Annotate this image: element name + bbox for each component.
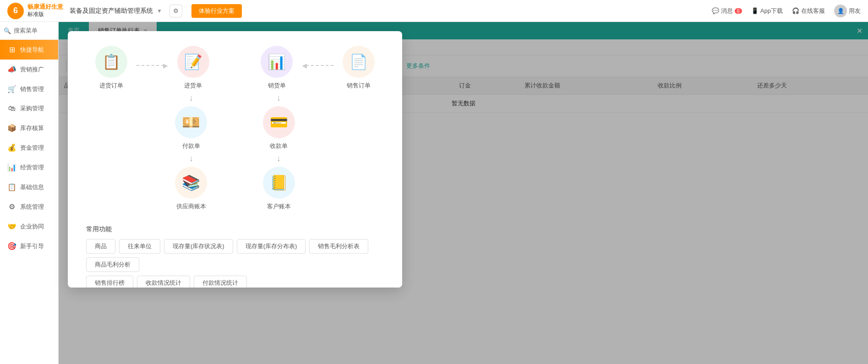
sidebar-item-purchase[interactable]: 🛍 采购管理 [0, 99, 58, 118]
operation-icon: 📊 [7, 163, 16, 172]
receipt-circle: 💳 [263, 106, 295, 138]
sidebar-item-finance[interactable]: 💰 资金管理 [0, 138, 58, 158]
arrow-sales-order-to-bill: ▶ [302, 52, 333, 69]
receipt-label: 收款单 [270, 142, 288, 150]
online-service-button[interactable]: 🎧 在线客服 [792, 7, 825, 15]
purchase-order-circle: 📋 [95, 46, 127, 78]
down-arrow-supplier-icon: ↓ [189, 154, 193, 163]
flow-node-payment[interactable]: 💴 付款单 [165, 106, 218, 150]
supplier-ledger-icon: 📚 [182, 174, 200, 191]
logo-icon: 6 [7, 3, 24, 19]
home-icon: ⊞ [7, 45, 16, 54]
flow-node-customer-ledger[interactable]: 📒 客户账本 [252, 167, 305, 211]
func-buttons-row2: 销售排行榜 收款情况统计 付款情况统计 [86, 276, 384, 288]
marketing-icon: 📣 [7, 65, 16, 74]
func-btn-stock-dist[interactable]: 现存量(库存分布表) [237, 239, 306, 254]
func-btn-sales-gross[interactable]: 销售毛利分析表 [309, 239, 368, 254]
top-right: 💬 消息 6 📱 App下载 🎧 在线客服 👤 用友 [712, 5, 861, 17]
sidebar-item-marketing[interactable]: 📣 营销推广 [0, 60, 58, 79]
sidebar-item-operation[interactable]: 📊 经营管理 [0, 158, 58, 177]
purchase-bill-label: 进货单 [184, 81, 202, 90]
system-dropdown-icon[interactable]: ▼ [157, 8, 162, 14]
avatar: 👤 [834, 5, 847, 17]
logo-text: 畅康通好生意 标准版 [27, 3, 63, 18]
arrow-head-icon: ▶ [163, 62, 168, 69]
modal-overlay[interactable]: 📋 进货订单 ▶ [59, 39, 868, 364]
common-functions-title: 常用功能 [86, 225, 384, 234]
sidebar-item-newbie[interactable]: 🎯 新手引导 [0, 236, 58, 256]
flow-row-3: 📚 供应商账本 📒 客户账本 [86, 167, 384, 211]
sidebar-item-sales[interactable]: 🛒 销售管理 [0, 79, 58, 99]
collab-icon: 🤝 [7, 222, 16, 231]
arrow-purchase-order-to-bill: ▶ [136, 52, 168, 69]
basic-icon: 📋 [7, 183, 16, 191]
sales-bill-icon: 📊 [267, 53, 286, 71]
customer-ledger-label: 客户账本 [267, 202, 291, 211]
message-button[interactable]: 💬 消息 6 [712, 7, 742, 15]
app-download-button[interactable]: 📱 App下载 [751, 7, 783, 15]
purchase-order-icon: 📋 [102, 53, 120, 71]
sales-order-icon: 📄 [349, 53, 368, 71]
receipt-icon: 💳 [270, 114, 288, 131]
download-icon: 📱 [751, 7, 759, 14]
supplier-ledger-label: 供应商账本 [176, 202, 206, 211]
func-btn-sales-rank[interactable]: 销售排行榜 [86, 276, 133, 288]
payment-icon: 💴 [182, 114, 200, 131]
down-arrow-receipt-icon: ↓ [277, 93, 281, 103]
flow-node-sales-bill[interactable]: 📊 销货单 [252, 46, 302, 90]
sidebar-item-system[interactable]: ⚙ 系统管理 [0, 197, 58, 217]
func-btn-payment-stats[interactable]: 付款情况统计 [194, 276, 247, 288]
sales-order-circle: 📄 [343, 46, 375, 78]
flow-node-purchase-order[interactable]: 📋 进货订单 [86, 46, 136, 90]
func-btn-goods-gross[interactable]: 商品毛利分析 [86, 257, 139, 272]
payment-circle: 💴 [175, 106, 207, 138]
logo-area: 6 畅康通好生意 标准版 [7, 3, 66, 19]
customer-ledger-circle: 📒 [263, 167, 295, 199]
modal-box: 📋 进货订单 ▶ [68, 39, 402, 288]
arrow-down-supplier: ↓ [165, 154, 218, 163]
down-arrow-payment-icon: ↓ [189, 93, 193, 103]
sidebar-item-collab[interactable]: 🤝 企业协同 [0, 217, 58, 236]
sidebar-item-quick-nav[interactable]: ⊞ 快捷导航 [0, 40, 58, 60]
search-icon: 🔍 [4, 27, 11, 34]
inventory-icon: 📦 [7, 124, 16, 132]
flow-node-sales-order[interactable]: 📄 销售订单 [333, 46, 384, 90]
flow-row-arrows2: ↓ ↓ [86, 154, 384, 163]
flow-row-2: 💴 付款单 💳 收款单 [86, 106, 384, 150]
content-body: ❓ 帮助 🖨 按模板打印 ▼ ↗ 导出 ↻ 刷新 [59, 39, 868, 364]
supplier-ledger-circle: 📚 [175, 167, 207, 199]
gear-button[interactable]: ⚙ [169, 5, 182, 17]
app-container: 6 畅康通好生意 标准版 装备及固定资产辅助管理系统 ▼ ⚙ 体验行业方案 💬 … [0, 0, 868, 364]
sales-order-label: 销售订单 [347, 81, 371, 90]
system-icon: ⚙ [7, 202, 16, 211]
user-button[interactable]: 👤 用友 [834, 5, 861, 17]
arrow-head-left-icon: ▶ [302, 62, 307, 69]
flow-row-1: 📋 进货订单 ▶ [86, 46, 384, 90]
message-icon: 💬 [712, 7, 719, 14]
payment-label: 付款单 [182, 142, 200, 150]
main-area: 🔍 搜索菜单 ⊞ 快捷导航 📣 营销推广 🛒 销售管理 🛍 采购管理 📦 [0, 22, 868, 364]
sidebar-item-inventory[interactable]: 📦 库存核算 [0, 118, 58, 138]
customer-ledger-icon: 📒 [270, 174, 288, 191]
headset-icon: 🎧 [792, 7, 799, 14]
arrow-down-customer: ↓ [252, 154, 305, 163]
func-btn-goods[interactable]: 商品 [86, 239, 115, 254]
system-name: 装备及固定资产辅助管理系统 [70, 7, 153, 15]
trial-button[interactable]: 体验行业方案 [191, 4, 242, 18]
common-functions: 常用功能 商品 往来单位 现存量(库存状况表) 现存量(库存分布表) 销售毛利分… [86, 225, 384, 288]
top-bar: 6 畅康通好生意 标准版 装备及固定资产辅助管理系统 ▼ ⚙ 体验行业方案 💬 … [0, 0, 868, 22]
purchase-bill-icon: 📝 [184, 53, 202, 71]
func-btn-partners[interactable]: 往来单位 [119, 239, 160, 254]
flow-node-supplier-ledger[interactable]: 📚 供应商账本 [165, 167, 218, 211]
sales-bill-label: 销货单 [268, 81, 286, 90]
purchase-order-label: 进货订单 [99, 81, 123, 90]
sidebar: 🔍 搜索菜单 ⊞ 快捷导航 📣 营销推广 🛒 销售管理 🛍 采购管理 📦 [0, 22, 59, 364]
sidebar-search[interactable]: 🔍 搜索菜单 [0, 22, 58, 40]
flow-node-receipt[interactable]: 💳 收款单 [252, 106, 305, 150]
arrow-down-payment: ↓ [165, 93, 218, 103]
sidebar-item-basic[interactable]: 📋 基础信息 [0, 177, 58, 197]
func-btn-receipt-stats[interactable]: 收款情况统计 [137, 276, 190, 288]
func-btn-stock-status[interactable]: 现存量(库存状况表) [164, 239, 233, 254]
flow-node-purchase-bill[interactable]: 📝 进货单 [168, 46, 218, 90]
sales-bill-circle: 📊 [261, 46, 293, 78]
